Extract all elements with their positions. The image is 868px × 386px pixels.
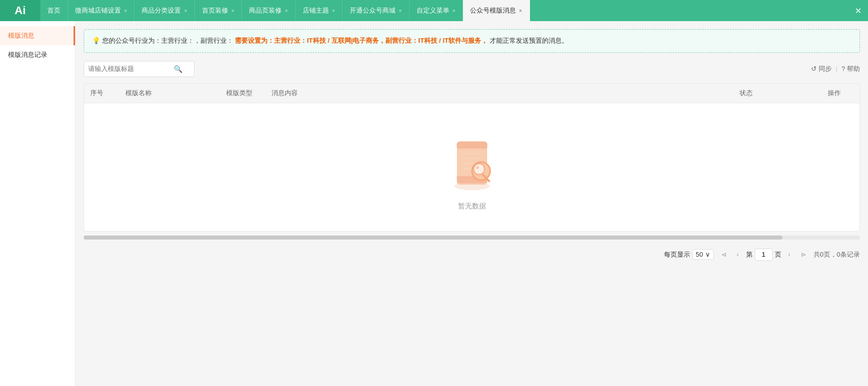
search-input-container[interactable]: 🔍 [84, 61, 194, 77]
page-size-select-box[interactable]: 50 ∨ [692, 249, 713, 260]
notice-suffix: 才能正常发送预置的消息。 [490, 37, 568, 44]
first-page-button[interactable]: ⊲ [718, 249, 730, 261]
template-table: 序号 模版名称 模版类型 消息内容 状态 操作 [84, 83, 860, 231]
search-button[interactable]: 🔍 [174, 65, 182, 73]
col-content: 消息内容 [265, 84, 733, 103]
total-info: 共0页，0条记录 [814, 250, 860, 259]
sync-button[interactable]: ↺ 同步 [811, 64, 832, 73]
nav-tab-store-theme[interactable]: 店铺主题× [296, 0, 343, 21]
close-tab-store-theme[interactable]: × [332, 8, 335, 14]
col-seq: 序号 [84, 84, 119, 103]
sync-label: 同步 [819, 65, 832, 72]
col-name: 模版名称 [119, 84, 220, 103]
search-bar: 🔍 ↺ 同步 | ? 帮助 [84, 61, 860, 77]
main-layout: 模版消息模版消息记录 💡 您的公众号行业为：主营行业：，副营行业： 需要设置为：… [0, 21, 868, 386]
close-tab-template-msg[interactable]: × [519, 8, 522, 14]
sync-icon: ↺ [811, 65, 817, 72]
svg-rect-1 [462, 152, 482, 155]
close-tab-homepage-decor[interactable]: × [231, 8, 234, 14]
close-tab-product-decor[interactable]: × [285, 8, 288, 14]
scroll-indicator[interactable] [84, 236, 860, 240]
close-all-button[interactable]: ✕ [848, 0, 868, 21]
prev-page-button[interactable]: ‹ [732, 249, 744, 261]
nav-tab-homepage-decor[interactable]: 首页装修× [195, 0, 242, 21]
help-label: 帮助 [847, 65, 860, 72]
divider: | [836, 65, 837, 72]
nav-tabs: 首页微商城店铺设置×商品分类设置×首页装修×商品页装修×店铺主题×开通公众号商城… [40, 0, 848, 21]
page-navigation: ⊲ ‹ 第 页 › ⊳ [718, 249, 810, 261]
svg-point-8 [476, 166, 479, 169]
nav-tab-template-msg[interactable]: 公众号模版消息× [463, 0, 529, 21]
notice-icon: 💡 [92, 37, 100, 44]
close-tab-store-settings[interactable]: × [124, 8, 127, 14]
top-nav: Ai 首页微商城店铺设置×商品分类设置×首页装修×商品页装修×店铺主题×开通公众… [0, 0, 868, 21]
nav-tab-custom-menu[interactable]: 自定义菜单× [410, 0, 463, 21]
sidebar-item-template-message[interactable]: 模版消息 [0, 26, 75, 45]
help-icon: ? [841, 65, 845, 72]
next-page-button[interactable]: › [783, 249, 795, 261]
page-size-selector: 每页显示 50 ∨ [664, 249, 713, 260]
pagination: 每页显示 50 ∨ ⊲ ‹ 第 页 › ⊳ 共0页，0条记录 [84, 244, 860, 266]
page-number-input[interactable] [755, 249, 773, 261]
col-status: 状态 [733, 84, 809, 103]
sidebar-item-template-message-record[interactable]: 模版消息记录 [0, 45, 75, 64]
col-type: 模版类型 [220, 84, 265, 103]
table-header: 序号 模版名称 模版类型 消息内容 状态 操作 [84, 84, 859, 103]
page-size-value: 50 [696, 251, 703, 258]
empty-illustration [442, 133, 502, 194]
notice-highlight: 需要设置为：主营行业：IT科技 / 互联网|电子商务，副营行业：IT科技 / I… [235, 37, 488, 44]
empty-text: 暂无数据 [458, 202, 486, 211]
close-tab-category-settings[interactable]: × [184, 8, 187, 14]
nav-tab-home[interactable]: 首页 [40, 0, 68, 21]
close-tab-open-mall[interactable]: × [398, 8, 402, 14]
page-di-label: 第 [746, 250, 753, 259]
search-actions: ↺ 同步 | ? 帮助 [811, 64, 860, 73]
nav-tab-category-settings[interactable]: 商品分类设置× [135, 0, 194, 21]
col-action: 操作 [809, 84, 859, 103]
close-tab-custom-menu[interactable]: × [452, 8, 455, 14]
sidebar: 模版消息模版消息记录 [0, 21, 76, 386]
search-input[interactable] [88, 65, 174, 72]
page-label: 页 [775, 250, 781, 259]
nav-tab-store-settings[interactable]: 微商城店铺设置× [68, 0, 135, 21]
help-button[interactable]: ? 帮助 [841, 64, 860, 73]
empty-state: 暂无数据 [84, 103, 859, 231]
last-page-button[interactable]: ⊳ [797, 249, 810, 261]
app-logo: Ai [0, 0, 40, 21]
svg-rect-2 [462, 158, 480, 160]
svg-point-6 [474, 164, 485, 175]
content-area: 💡 您的公众号行业为：主营行业：，副营行业： 需要设置为：主营行业：IT科技 /… [76, 21, 868, 386]
notice-banner: 💡 您的公众号行业为：主营行业：，副营行业： 需要设置为：主营行业：IT科技 /… [84, 29, 860, 53]
nav-tab-open-mall[interactable]: 开通公众号商城× [343, 0, 409, 21]
nav-tab-product-decor[interactable]: 商品页装修× [242, 0, 295, 21]
scroll-thumb [84, 236, 782, 240]
page-size-label: 每页显示 [664, 250, 690, 259]
chevron-down-icon: ∨ [705, 251, 710, 258]
notice-prefix: 您的公众号行业为：主营行业：，副营行业： [102, 37, 233, 44]
